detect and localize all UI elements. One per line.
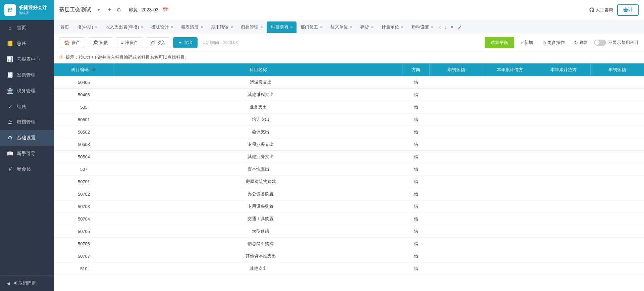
sidebar-item-guide[interactable]: 📖 新手引导 bbox=[0, 146, 54, 161]
sidebar-item-checkout[interactable]: ✓ 结账 bbox=[0, 99, 54, 114]
tab-close-unit[interactable]: × bbox=[401, 25, 404, 30]
sidebar-item-archive[interactable]: 🗂 归档管理 bbox=[0, 114, 54, 130]
filter-tab-expenditure[interactable]: ✦ 支出 bbox=[173, 37, 198, 48]
table-row[interactable]: 50702 办公设备购置 借 bbox=[54, 188, 644, 200]
table-row[interactable]: 50707 其他资本性支出 借 bbox=[54, 250, 644, 262]
tab-close-interim[interactable]: × bbox=[95, 25, 98, 30]
header-settings-icon[interactable]: ⚙ bbox=[116, 7, 121, 13]
cell-opening bbox=[429, 101, 483, 113]
add-button[interactable]: + 新增 bbox=[517, 38, 536, 47]
balance-button[interactable]: 试算平衡 bbox=[485, 37, 514, 48]
tab-income-statement[interactable]: 收入支出表(年报) × bbox=[102, 21, 148, 33]
tab-subject-init[interactable]: 科目期初 × bbox=[267, 21, 297, 33]
table-row[interactable]: 50503 专项业务支出 借 bbox=[54, 138, 644, 151]
filter-tab-net-assets[interactable]: ≡ 净资产 bbox=[116, 37, 143, 48]
logo-icon: 好 bbox=[4, 4, 16, 16]
tab-close-dept[interactable]: × bbox=[320, 25, 322, 30]
table-row[interactable]: 50703 专用设备购置 借 bbox=[54, 200, 644, 213]
disabled-toggle: 不显示禁用科目 bbox=[594, 40, 639, 46]
table-row[interactable]: 505 业务支出 借 bbox=[54, 101, 644, 113]
cell-code: 505 bbox=[54, 101, 114, 113]
table-row[interactable]: 510 其他支出 借 bbox=[54, 262, 644, 275]
sidebar-item-tax[interactable]: 🏦 税务管理 bbox=[0, 83, 54, 99]
tab-dept-staff[interactable]: 部门员工 × bbox=[297, 21, 326, 33]
cell-dir: 借 bbox=[402, 213, 429, 225]
headset-icon: 🎧 bbox=[589, 7, 594, 12]
refresh-button[interactable]: ↻ 刷新 bbox=[571, 38, 591, 47]
tab-close-income[interactable]: × bbox=[141, 25, 143, 30]
cell-ytd-credit bbox=[537, 225, 590, 238]
cell-dir: 借 bbox=[402, 163, 429, 176]
tab-archive-mgmt[interactable]: 归档管理 × bbox=[237, 21, 267, 33]
cell-year-begin bbox=[590, 138, 644, 151]
service-btn[interactable]: 🎧 人工咨询 bbox=[589, 7, 613, 13]
cell-year-begin bbox=[590, 163, 644, 176]
tab-close-currency[interactable]: × bbox=[431, 25, 433, 30]
tab-prev-btn[interactable]: ‹ bbox=[437, 23, 443, 31]
tab-maximize-btn[interactable]: ⤢ bbox=[455, 22, 464, 32]
cell-ytd-debit bbox=[483, 176, 537, 188]
cell-ytd-debit bbox=[483, 188, 537, 200]
logo: 好 畅捷通好会计 旗舰版 bbox=[0, 0, 54, 20]
tab-close-period-end[interactable]: × bbox=[230, 25, 233, 30]
cell-ytd-debit bbox=[483, 89, 537, 101]
tab-inventory[interactable]: 存货 × bbox=[356, 21, 377, 33]
tab-label-interim: 报(中期) bbox=[77, 24, 93, 30]
toggle-switch-control[interactable] bbox=[594, 40, 606, 46]
tab-close-template[interactable]: × bbox=[171, 25, 173, 30]
content-header-right: 试算平衡 + 新增 ⊕ 更多操作 ↻ 刷新 不显示禁用科目 bbox=[485, 37, 639, 48]
tab-next-btn[interactable]: › bbox=[443, 23, 448, 31]
tab-period-end[interactable]: 期末结转 × bbox=[207, 21, 237, 33]
table-row[interactable]: 507 资本性支出 借 bbox=[54, 163, 644, 176]
tab-tax-form[interactable]: 税表清册 × bbox=[177, 21, 207, 33]
income-icon: ⊕ bbox=[151, 40, 155, 45]
account-button[interactable]: 会计 bbox=[617, 4, 639, 16]
tab-close-contacts[interactable]: × bbox=[350, 25, 352, 30]
tab-close-inventory[interactable]: × bbox=[371, 25, 373, 30]
table-row[interactable]: 50502 会议支出 借 bbox=[54, 126, 644, 138]
cell-dir: 借 bbox=[402, 225, 429, 238]
sidebar-item-report-center[interactable]: 📊 云报表中心 bbox=[0, 51, 54, 67]
cell-code: 50503 bbox=[54, 138, 114, 151]
tab-close-all-btn[interactable]: × bbox=[448, 23, 455, 32]
sidebar-item-general-ledger[interactable]: 📒 总账 bbox=[0, 36, 54, 51]
filter-tab-income[interactable]: ⊕ 收入 bbox=[146, 37, 170, 48]
company-dropdown-icon[interactable]: ▼ bbox=[97, 7, 101, 12]
column-settings-icon[interactable]: ⚙ bbox=[92, 67, 96, 72]
table-row[interactable]: 50705 大型修缮 借 bbox=[54, 225, 644, 238]
calendar-icon[interactable]: 📅 bbox=[163, 7, 168, 12]
archive-icon: 🗂 bbox=[7, 119, 13, 125]
tab-close-tax[interactable]: × bbox=[201, 25, 203, 30]
tab-label-template: 模版设计 bbox=[151, 24, 169, 30]
filter-tab-liabilities[interactable]: 负 负债 bbox=[88, 37, 113, 48]
table-row[interactable]: 50501 培训支出 借 bbox=[54, 113, 644, 126]
tab-home[interactable]: 首页 bbox=[56, 21, 73, 33]
tab-label-period-end: 期末结转 bbox=[211, 24, 228, 30]
tab-template[interactable]: 模版设计 × bbox=[147, 21, 177, 33]
table-row[interactable]: 50405 运温暖支出 借 bbox=[54, 76, 644, 89]
col-header-ytd-debit: 本年累计借方 bbox=[483, 63, 537, 76]
cell-ytd-debit bbox=[483, 76, 537, 89]
tab-close-archive[interactable]: × bbox=[260, 25, 263, 30]
invoice-icon: 🧾 bbox=[7, 72, 13, 78]
sidebar-collapse-btn[interactable]: ◀ ◀ 取消固定 bbox=[0, 275, 54, 291]
tab-currency[interactable]: 币种设置 × bbox=[408, 21, 437, 33]
sidebar-item-home[interactable]: ⌂ 首页 bbox=[0, 20, 54, 36]
filter-tab-assets[interactable]: 🏠 资产 bbox=[59, 37, 85, 48]
table-row[interactable]: 50706 信息网络购建 借 bbox=[54, 238, 644, 250]
cell-opening bbox=[429, 188, 483, 200]
table-row[interactable]: 50406 其他维权支出 借 bbox=[54, 89, 644, 101]
more-ops-button[interactable]: ⊕ 更多操作 bbox=[539, 38, 568, 47]
sidebar-item-settings[interactable]: ⚙ 基础设置 bbox=[0, 130, 54, 146]
tab-close-subject[interactable]: × bbox=[290, 25, 292, 30]
tab-contacts[interactable]: 往来单位 × bbox=[326, 21, 356, 33]
tab-interim[interactable]: 报(中期) × bbox=[73, 21, 102, 33]
sidebar-item-invoice[interactable]: 🧾 发票管理 bbox=[0, 67, 54, 83]
add-tab-button[interactable]: + bbox=[108, 6, 111, 13]
toggle-thumb bbox=[595, 40, 599, 45]
table-row[interactable]: 50504 其他业务支出 借 bbox=[54, 151, 644, 163]
table-row[interactable]: 50704 交通工具购置 借 bbox=[54, 213, 644, 225]
table-row[interactable]: 50701 房屋建筑物购建 借 bbox=[54, 176, 644, 188]
sidebar-item-member[interactable]: V 畅会员 bbox=[0, 161, 54, 177]
tab-unit[interactable]: 计量单位 × bbox=[378, 21, 408, 33]
